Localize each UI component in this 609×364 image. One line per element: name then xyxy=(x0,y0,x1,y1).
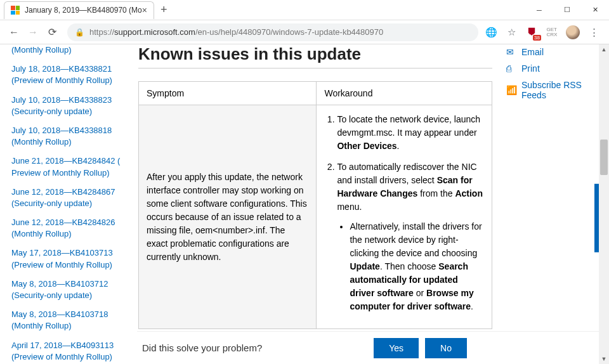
th-symptom: Symptom xyxy=(139,82,317,105)
scrollbar-thumb[interactable] xyxy=(600,140,608,175)
maximize-button[interactable]: ☐ xyxy=(553,0,581,20)
sidebar-link[interactable]: July 18, 2018—KB4338821 (Preview of Mont… xyxy=(11,63,123,86)
sidebar-link[interactable]: June 21, 2018—KB4284842 ( Preview of Mon… xyxy=(11,155,123,178)
scroll-down-icon[interactable]: ▼ xyxy=(599,354,609,364)
email-icon: ✉ xyxy=(506,47,516,57)
article-heading: Known issues in this update xyxy=(138,44,492,68)
rss-icon: 📶 xyxy=(506,85,516,95)
address-bar[interactable]: 🔒 https://support.microsoft.com/en-us/he… xyxy=(67,23,478,41)
feedback-question: Did this solve your problem? xyxy=(142,342,262,353)
url-host: support.microsoft.com xyxy=(114,27,195,37)
microsoft-favicon xyxy=(11,6,20,15)
tab-title: January 8, 2019—KB4480970 (Mo xyxy=(25,6,142,15)
sidebar-link[interactable]: May 8, 2018—KB4103712 (Security-only upd… xyxy=(11,278,123,301)
close-window-button[interactable]: ✕ xyxy=(581,0,609,20)
sidebar-link[interactable]: June 12, 2018—KB4284867 (Security-only u… xyxy=(11,186,123,209)
article-sidebar: (Monthly Rollup) July 18, 2018—KB4338821… xyxy=(0,44,132,364)
ublock-extension-icon[interactable]: ⛊38 xyxy=(525,26,538,39)
print-icon: ⎙ xyxy=(506,63,516,74)
reload-button[interactable]: ⟳ xyxy=(43,23,61,41)
feedback-bar: Did this solve your problem? Yes No xyxy=(137,331,599,364)
known-issues-table: Symptom Workaround After you apply this … xyxy=(138,81,492,329)
extension-getcrx-icon[interactable]: GETCRX xyxy=(546,26,558,39)
sidebar-link[interactable]: April 17, 2018—KB4093113 (Preview of Mon… xyxy=(11,340,123,363)
minimize-button[interactable]: ─ xyxy=(525,0,553,20)
scroll-up-icon[interactable]: ▲ xyxy=(599,44,609,55)
sidebar-link[interactable]: June 12, 2018—KB4284826 (Monthly Rollup) xyxy=(11,217,123,240)
bookmark-star-icon[interactable]: ☆ xyxy=(505,26,518,39)
translate-icon[interactable]: 🌐 xyxy=(485,26,497,39)
window-titlebar: January 8, 2019—KB4480970 (Mo × + ─ ☐ ✕ xyxy=(0,0,609,20)
workaround-step: To locate the network device, launch dev… xyxy=(337,113,484,153)
back-button[interactable]: ← xyxy=(5,23,23,41)
email-link[interactable]: ✉Email xyxy=(506,47,599,57)
article-main: Known issues in this update Symptom Work… xyxy=(132,44,497,364)
sidebar-link[interactable]: July 10, 2018—KB4338818 (Monthly Rollup) xyxy=(11,125,123,148)
menu-dots-icon[interactable]: ⋮ xyxy=(587,26,600,39)
workaround-cell: To locate the network device, launch dev… xyxy=(317,105,492,329)
rss-link[interactable]: 📶Subscribe RSS Feeds xyxy=(506,80,599,100)
lock-icon: 🔒 xyxy=(75,28,84,37)
feedback-no-button[interactable]: No xyxy=(425,338,467,358)
sidebar-link[interactable]: July 10, 2018—KB4338823 (Security-only u… xyxy=(11,94,123,117)
url-path: /en-us/help/4480970/windows-7-update-kb4… xyxy=(195,27,383,37)
sidebar-link[interactable]: May 8, 2018—KB4103718 (Monthly Rollup) xyxy=(11,309,123,332)
close-tab-icon[interactable]: × xyxy=(142,5,147,15)
vertical-scrollbar[interactable]: ▲ ▼ xyxy=(599,44,609,364)
action-rail: ✉Email ⎙Print 📶Subscribe RSS Feeds xyxy=(497,44,599,364)
workaround-substep: Alternatively, install the drivers for t… xyxy=(350,220,484,313)
th-workaround: Workaround xyxy=(317,82,492,105)
browser-tab[interactable]: January 8, 2019—KB4480970 (Mo × xyxy=(4,1,154,19)
new-tab-button[interactable]: + xyxy=(160,3,167,16)
symptom-cell: After you apply this update, the network… xyxy=(139,105,317,329)
forward-button[interactable]: → xyxy=(24,23,42,41)
sidebar-link[interactable]: (Monthly Rollup) xyxy=(11,44,123,56)
profile-avatar[interactable] xyxy=(566,25,580,39)
feedback-yes-button[interactable]: Yes xyxy=(374,338,419,358)
sidebar-link[interactable]: May 17, 2018—KB4103713 (Preview of Month… xyxy=(11,247,123,270)
print-link[interactable]: ⎙Print xyxy=(506,63,599,74)
url-scheme: https:// xyxy=(89,27,114,37)
browser-toolbar: ← → ⟳ 🔒 https://support.microsoft.com/en… xyxy=(0,20,609,44)
workaround-step: To automatically rediscover the NIC and … xyxy=(337,160,484,313)
